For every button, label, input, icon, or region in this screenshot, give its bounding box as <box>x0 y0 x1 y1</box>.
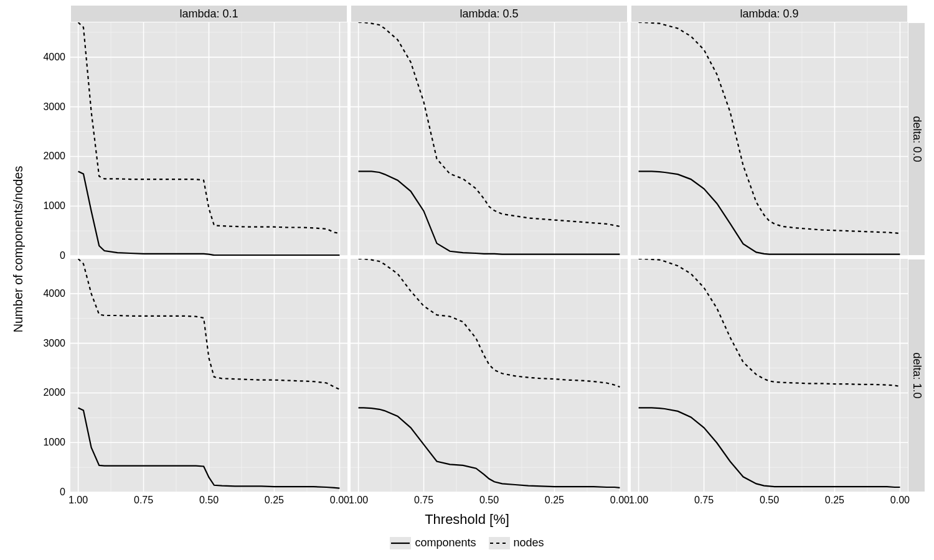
y-axis-title: Number of components/nodes <box>6 0 31 498</box>
x-axis-title: Threshold [%] <box>0 511 934 528</box>
y-tick-labels: 0 1000 2000 3000 4000 <box>31 22 65 256</box>
legend: components nodes <box>0 536 934 549</box>
facet-panel <box>631 22 908 256</box>
facet-panel <box>351 259 628 492</box>
facet-panel <box>70 22 347 256</box>
legend-swatch <box>489 537 510 549</box>
x-tick-labels: 1.00 0.75 0.50 0.25 0.00 <box>351 495 628 508</box>
legend-label: nodes <box>514 536 544 549</box>
facet-col-strip: lambda: 0.5 <box>351 5 628 22</box>
x-tick-labels: 1.00 0.75 0.50 0.25 0.00 <box>70 495 347 508</box>
facet-panel <box>70 259 347 492</box>
facet-row-strip: delta: 1.0 <box>908 259 925 492</box>
facet-grid-figure: Number of components/nodes lambda: 0.1 l… <box>0 0 934 560</box>
legend-item-components: components <box>390 536 476 549</box>
legend-label: components <box>415 536 476 549</box>
y-tick-labels: 0 1000 2000 3000 4000 <box>31 259 65 492</box>
facet-panel <box>631 259 908 492</box>
facet-col-strip: lambda: 0.9 <box>631 5 908 22</box>
facet-row-strip: delta: 0.0 <box>908 22 925 256</box>
legend-swatch <box>390 537 411 549</box>
facet-panel <box>351 22 628 256</box>
facet-col-strip: lambda: 0.1 <box>70 5 347 22</box>
legend-item-nodes: nodes <box>489 536 544 549</box>
x-tick-labels: 1.00 0.75 0.50 0.25 0.00 <box>631 495 908 508</box>
